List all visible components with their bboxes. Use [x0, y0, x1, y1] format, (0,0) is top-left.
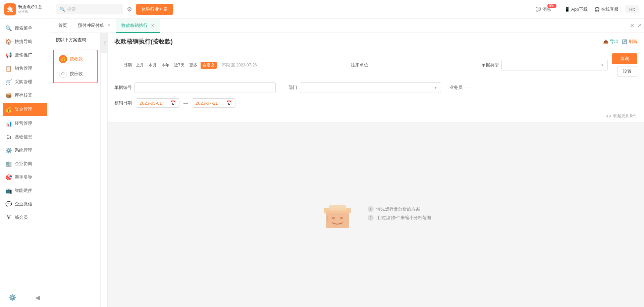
sidebar-item-label: 基础信息 [15, 134, 32, 140]
logo-icon: 兔 [4, 3, 16, 15]
calendar-start-icon[interactable]: 📅 [170, 100, 176, 106]
writeoff-date-label: 核销日期 [114, 100, 132, 106]
purchase-icon: 🛒 [5, 79, 12, 85]
sales-icon: 📋 [5, 65, 12, 72]
filter-receivable-icon: ⏱ [59, 70, 67, 78]
empty-tip-1: 1 请先选择要分析的方案 [368, 206, 431, 212]
sidebar-nav: 🔍 搜索菜单 🏠 快捷导航 📢 营销推广 📋 销售管理 🛒 采购管理 📦 库存核… [0, 19, 50, 288]
sidebar-item-inventory[interactable]: 📦 库存核算 [0, 89, 50, 102]
staff-dots[interactable]: ··· [465, 84, 471, 91]
app-icon: 📱 [565, 7, 570, 12]
sidebar-item-smart-hw[interactable]: 📺 智能硬件 [0, 184, 50, 197]
sidebar-item-search-menu[interactable]: 🔍 搜索菜单 [0, 21, 50, 35]
collapse-conditions-btn[interactable]: ∧∧ 收起更多条件 [606, 113, 637, 119]
query-button[interactable]: 查询 [612, 53, 637, 64]
counterparty-dots[interactable]: ··· [371, 62, 377, 69]
sidebar-item-label: 智能硬件 [15, 188, 32, 194]
sidebar: 兔 畅捷通好生意 标准版 🔍 搜索菜单 🏠 快捷导航 📢 营销推广 📋 销售管理… [0, 0, 50, 307]
date-btn-this-year[interactable]: 本年 [160, 62, 171, 69]
content-area: 按以下方案查询 💰 按收款 ⏱ 按应收 《 [50, 33, 644, 307]
sidebar-item-funds[interactable]: 💰 资金管理 [3, 103, 47, 116]
filter-collapse-btn[interactable]: 《 [101, 33, 107, 53]
export-button[interactable]: 📤 导出 [603, 39, 619, 45]
message-btn[interactable]: 💬 消息 99+ [536, 6, 551, 12]
sidebar-item-enterprise[interactable]: 🏢 企业协同 [0, 157, 50, 170]
collapse-up-icon: ∧∧ [606, 114, 612, 118]
system-icon: ⚙️ [5, 147, 12, 154]
date-btn-last-month[interactable]: 上月 [135, 62, 145, 69]
date-field: 日期 上月 本月 本年 近7天 更多 自定义 [114, 62, 217, 69]
date-btn-custom[interactable]: 自定义 [201, 62, 217, 69]
sidebar-item-basic-info[interactable]: 🗂 基础信息 [0, 130, 50, 144]
maximize-window-btn[interactable]: ⤢ [637, 22, 641, 29]
voucher-no-input[interactable] [135, 82, 276, 93]
user-badge[interactable]: Rit [625, 5, 639, 13]
sidebar-item-quick-nav[interactable]: 🏠 快捷导航 [0, 35, 50, 48]
close-window-btn[interactable]: ✕ [630, 22, 634, 29]
date-btn-7days[interactable]: 近7天 [173, 62, 186, 69]
tab-prepay-close[interactable]: ✕ [107, 23, 111, 28]
enterprise-icon: 🏢 [5, 160, 12, 167]
department-select[interactable]: ▼ [300, 82, 441, 93]
empty-tip-2: 2 用[过滤]条件来缩小分析范围 [368, 215, 431, 221]
sidebar-item-label: 资金管理 [15, 106, 32, 112]
sidebar-item-marketing[interactable]: 📢 营销推广 [0, 48, 50, 62]
svg-point-4 [340, 217, 343, 219]
header-cta-button[interactable]: 体验行业方案 [136, 4, 173, 15]
header-left: 🔍 搜索 ⚙ 体验行业方案 [56, 4, 173, 15]
collapse-row: ∧∧ 收起更多条件 [108, 112, 644, 122]
svg-point-3 [332, 217, 335, 219]
service-icon: 🎧 [594, 7, 600, 12]
sidebar-item-label: 采购管理 [15, 79, 32, 85]
wechat-icon: 💬 [5, 201, 12, 207]
collapse-sidebar-btn[interactable]: ◀ [32, 292, 44, 304]
tab-home[interactable]: 首页 [53, 19, 72, 33]
calendar-end-icon[interactable]: 📅 [226, 100, 232, 106]
export-icon: 📤 [603, 39, 608, 44]
settings-bottom-btn[interactable]: ⚙️ [6, 292, 18, 304]
logo-title: 畅捷通好生意 [18, 4, 42, 10]
writeoff-date-start[interactable]: 2023-03-01 📅 [136, 98, 179, 108]
empty-image [321, 198, 354, 232]
tab-home-label: 首页 [58, 22, 67, 29]
app-download-btn[interactable]: 📱 App下载 [565, 6, 588, 12]
search-menu-icon: 🔍 [5, 25, 12, 32]
filter-item-by-receipt[interactable]: 💰 按收款 [54, 52, 97, 66]
header-search-bar[interactable]: 🔍 搜索 [56, 4, 123, 14]
setting-button[interactable]: 设置 [617, 66, 637, 77]
date-btn-this-month[interactable]: 本月 [147, 62, 158, 69]
sidebar-item-operation[interactable]: 📊 经营管理 [0, 117, 50, 130]
sidebar-item-guide[interactable]: 🎯 新手引导 [0, 170, 50, 184]
voucher-type-field: 单据类型 ▼ [481, 60, 608, 70]
writeoff-date-end[interactable]: 2023-07-21 📅 [192, 98, 235, 108]
search-placeholder: 搜索 [67, 6, 76, 12]
tab-receipt-writeoff[interactable]: 收款核销执行 ✕ [116, 19, 160, 33]
voucher-type-label: 单据类型 [481, 62, 499, 68]
service-btn[interactable]: 🎧 在线客服 [594, 6, 619, 12]
date-label: 日期 [114, 62, 132, 68]
date-separator: — [183, 101, 188, 106]
sidebar-item-purchase[interactable]: 🛒 采购管理 [0, 75, 50, 89]
top-header: 🔍 搜索 ⚙ 体验行业方案 💬 消息 99+ 📱 App下载 🎧 在线客服 Ri… [50, 0, 644, 19]
refresh-button[interactable]: 🔄 刷新 [622, 39, 637, 45]
main-area: 🔍 搜索 ⚙ 体验行业方案 💬 消息 99+ 📱 App下载 🎧 在线客服 Ri… [50, 0, 644, 307]
sidebar-item-label: 快捷导航 [15, 39, 32, 45]
tab-receipt-writeoff-close[interactable]: ✕ [151, 23, 154, 28]
voucher-type-select[interactable]: ▼ [501, 60, 608, 70]
filter-item-by-receivable[interactable]: ⏱ 按应收 [54, 66, 97, 81]
sidebar-item-system[interactable]: ⚙️ 系统管理 [0, 144, 50, 157]
collapse-icon: 《 [102, 40, 106, 46]
quick-nav-icon: 🏠 [5, 38, 12, 45]
sidebar-item-label: 新手引导 [15, 174, 32, 180]
operation-icon: 📊 [5, 120, 12, 127]
date-btn-more[interactable]: 更多 [188, 62, 199, 69]
sidebar-item-wechat[interactable]: 💬 企业微信 [0, 197, 50, 211]
header-gear-icon[interactable]: ⚙ [127, 6, 132, 13]
department-arrow: ▼ [434, 86, 437, 90]
page-header-actions: 📤 导出 🔄 刷新 [603, 39, 637, 45]
sidebar-item-member[interactable]: V 畅会员 [0, 211, 50, 224]
sidebar-item-sales[interactable]: 📋 销售管理 [0, 62, 50, 75]
tip-num-2: 2 [368, 215, 374, 221]
sidebar-item-label: 企业微信 [15, 201, 32, 207]
tab-prepay[interactable]: 预付冲应付单 ✕ [72, 19, 116, 33]
